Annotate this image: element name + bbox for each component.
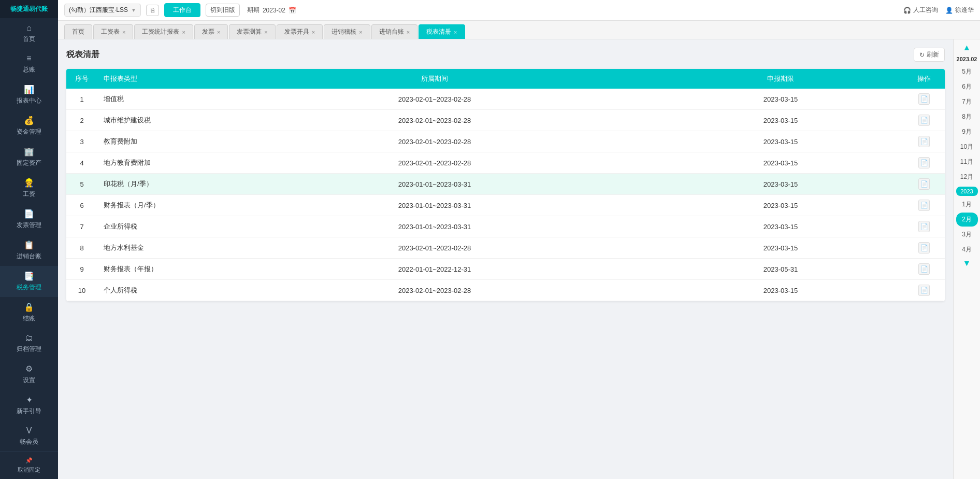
sidebar-item-fixed-assets[interactable]: 🏢 固定资产 xyxy=(0,142,58,173)
tab-close-icon[interactable]: × xyxy=(122,29,125,35)
date-month-11[interactable]: 11月 xyxy=(956,155,978,169)
cell-no: 10 xyxy=(66,280,97,301)
tab-close-icon[interactable]: × xyxy=(454,29,457,35)
app-logo: 畅捷通易代账 xyxy=(0,0,58,18)
tab-close-icon[interactable]: × xyxy=(312,29,315,35)
cell-period: 2023-01-01~2023-03-31 xyxy=(211,195,658,216)
sidebar-item-general-ledger[interactable]: ≡ 总账 xyxy=(0,49,58,79)
sidebar-item-label: 畅会员 xyxy=(20,438,38,446)
sidebar-item-archive-mgmt[interactable]: 🗂 归档管理 xyxy=(0,328,58,359)
date-month-10[interactable]: 10月 xyxy=(956,140,978,154)
tab-tax-list[interactable]: 税表清册 × xyxy=(419,24,465,39)
tab-close-icon[interactable]: × xyxy=(217,29,220,35)
pin-icon: 📌 xyxy=(25,457,33,464)
sidebar-item-new-guide[interactable]: ✦ 新手引导 xyxy=(0,390,58,421)
tab-salary-table[interactable]: 工资表 × xyxy=(93,24,133,39)
archive-icon: 🗂 xyxy=(25,333,33,343)
copy-button[interactable]: ⎘ xyxy=(146,5,159,16)
tab-close-icon[interactable]: × xyxy=(182,29,185,35)
sidebar-item-label: 进销台账 xyxy=(17,252,41,261)
cell-type: 财务报表（月/季） xyxy=(97,195,211,216)
action-detail-icon[interactable]: 📄 xyxy=(918,263,930,275)
action-detail-icon[interactable]: 📄 xyxy=(918,178,930,190)
date-panel-up-button[interactable]: ▲ xyxy=(961,41,973,54)
cell-deadline: 2023-03-15 xyxy=(658,280,903,301)
cell-action: 📄 xyxy=(903,216,945,237)
action-detail-icon[interactable]: 📄 xyxy=(918,242,930,253)
date-month-5[interactable]: 5月 xyxy=(956,65,978,79)
date-month-12[interactable]: 12月 xyxy=(956,170,978,184)
sidebar-item-fund-mgmt[interactable]: 💰 资金管理 xyxy=(0,110,58,142)
table-row: 3 教育费附加 2023-02-01~2023-02-28 2023-03-15… xyxy=(66,131,945,152)
workbench-button[interactable]: 工作台 xyxy=(164,3,200,17)
tab-salary-stats[interactable]: 工资统计报表 × xyxy=(134,24,193,39)
col-deadline: 申报期限 xyxy=(658,69,903,89)
cell-no: 4 xyxy=(66,152,97,174)
period-label: 期期 xyxy=(247,6,260,15)
footer-label: 取消固定 xyxy=(18,466,40,474)
assets-icon: 🏢 xyxy=(24,147,34,157)
cell-deadline: 2023-03-15 xyxy=(658,195,903,216)
sidebar-item-tax-mgmt[interactable]: 📑 税务管理 xyxy=(0,266,58,297)
sidebar-item-settings[interactable]: ⚙ 设置 xyxy=(0,359,58,390)
tab-sales-ledger[interactable]: 进销台账 × xyxy=(371,24,417,39)
date-month-8[interactable]: 8月 xyxy=(956,110,978,124)
table-row: 5 印花税（月/季） 2023-01-01~2023-03-31 2023-03… xyxy=(66,174,945,195)
tab-label: 税表清册 xyxy=(426,27,451,36)
action-detail-icon[interactable]: 📄 xyxy=(918,136,930,147)
cell-action: 📄 xyxy=(903,259,945,280)
action-detail-icon[interactable]: 📄 xyxy=(918,157,930,168)
tab-sales-audit[interactable]: 进销稽核 × xyxy=(324,24,370,39)
date-month-2[interactable]: 2月 xyxy=(956,213,978,227)
sidebar-footer[interactable]: 📌 取消固定 xyxy=(0,452,58,479)
tabs-bar: 首页 工资表 × 工资统计报表 × 发票 × 发票测算 × 发票开具 × 进销稽… xyxy=(58,21,980,39)
fund-icon: 💰 xyxy=(24,116,34,125)
sidebar-item-closing[interactable]: 🔒 结账 xyxy=(0,297,58,328)
main-area: (勾勒）江西服宝·LSS ▼ ⎘ 工作台 切到旧版 期期 2023-02 📅 🎧… xyxy=(58,0,980,479)
sidebar-item-home[interactable]: ⌂ 首页 xyxy=(0,18,58,49)
sidebar-item-label: 工资 xyxy=(23,190,35,199)
cell-no: 2 xyxy=(66,110,97,131)
tab-close-icon[interactable]: × xyxy=(359,29,362,35)
user-menu[interactable]: 👤 徐逢华 xyxy=(945,6,974,15)
tab-home[interactable]: 首页 xyxy=(64,24,92,39)
sidebar-item-report-center[interactable]: 📊 报表中心 xyxy=(0,79,58,110)
action-detail-icon[interactable]: 📄 xyxy=(918,200,930,211)
tab-label: 发票 xyxy=(202,27,214,36)
date-month-9[interactable]: 9月 xyxy=(956,125,978,139)
copy-icon: ⎘ xyxy=(151,7,154,14)
sidebar-item-reconcile[interactable]: 📋 进销台账 xyxy=(0,235,58,266)
refresh-button[interactable]: ↻ 刷新 xyxy=(914,48,945,62)
date-month-4[interactable]: 4月 xyxy=(956,243,978,257)
date-month-7[interactable]: 7月 xyxy=(956,95,978,109)
cell-deadline: 2023-03-15 xyxy=(658,110,903,131)
cell-deadline: 2023-03-15 xyxy=(658,174,903,195)
action-detail-icon[interactable]: 📄 xyxy=(918,285,930,296)
tab-invoice[interactable]: 发票 × xyxy=(194,24,228,39)
date-month-1[interactable]: 1月 xyxy=(956,198,978,212)
date-panel: ▲ 2023.02 5月 6月 7月 8月 9月 10月 11月 12月 202… xyxy=(953,39,980,479)
action-detail-icon[interactable]: 📄 xyxy=(918,93,930,105)
sidebar-item-vip[interactable]: V 畅会员 xyxy=(0,421,58,452)
action-detail-icon[interactable]: 📄 xyxy=(918,221,930,232)
date-panel-down-button[interactable]: ▼ xyxy=(961,257,973,270)
page-content: 税表清册 ↻ 刷新 序号 申报表类型 所属期间 申报期限 操作 xyxy=(58,39,953,479)
tab-close-icon[interactable]: × xyxy=(264,29,267,35)
company-name: (勾勒）江西服宝·LSS xyxy=(69,6,128,15)
date-month-3[interactable]: 3月 xyxy=(956,228,978,242)
cell-type: 企业所得税 xyxy=(97,216,211,237)
date-month-6[interactable]: 6月 xyxy=(956,80,978,94)
switch-old-button[interactable]: 切到旧版 xyxy=(206,4,240,17)
company-selector[interactable]: (勾勒）江西服宝·LSS ▼ xyxy=(64,4,141,17)
sidebar-item-salary[interactable]: 👷 工资 xyxy=(0,173,58,204)
period-value: 2023-02 xyxy=(263,7,285,14)
cell-no: 5 xyxy=(66,174,97,195)
sidebar-item-invoice-mgmt[interactable]: 📄 发票管理 xyxy=(0,204,58,235)
sidebar: 畅捷通易代账 ⌂ 首页 ≡ 总账 📊 报表中心 💰 资金管理 🏢 固定资产 👷 … xyxy=(0,0,58,479)
consult-button[interactable]: 🎧 人工咨询 xyxy=(903,6,938,15)
tab-invoice-issue[interactable]: 发票开具 × xyxy=(277,24,323,39)
action-detail-icon[interactable]: 📄 xyxy=(918,115,930,126)
tab-invoice-calc[interactable]: 发票测算 × xyxy=(229,24,275,39)
tab-close-icon[interactable]: × xyxy=(407,29,410,35)
cell-action: 📄 xyxy=(903,195,945,216)
